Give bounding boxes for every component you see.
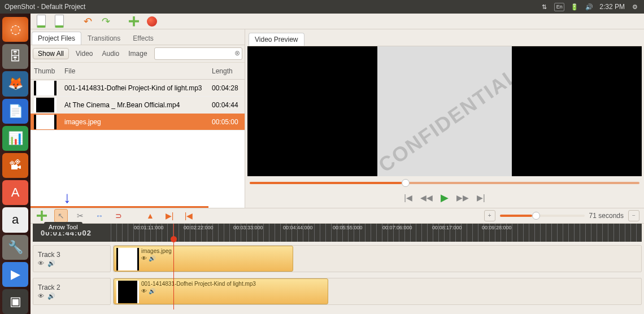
language-indicator[interactable]: En bbox=[554, 3, 564, 11]
track-lane[interactable]: images.jpeg👁 🔊 bbox=[113, 245, 642, 272]
export-video-button[interactable] bbox=[146, 15, 158, 28]
track-header[interactable]: Track 3👁🔊 bbox=[33, 245, 111, 272]
header-length[interactable]: Length bbox=[212, 67, 245, 75]
timeline-toolbar: ↖ ✂ ↔ ⊃ ▲ ▶| |◀ + 71 seconds − bbox=[31, 208, 644, 224]
filter-image[interactable]: Image bbox=[126, 49, 149, 59]
file-length: 00:04:28 bbox=[212, 84, 245, 92]
ruler-label: 00:01:11:000 bbox=[134, 225, 164, 230]
import-files-button[interactable] bbox=[128, 15, 140, 28]
snap-button[interactable]: ⊃ bbox=[112, 209, 125, 223]
timeline-clip[interactable]: 001-1414831-Dofhei Project-Kind of light… bbox=[114, 278, 328, 304]
launcher-files[interactable]: 🗄 bbox=[2, 44, 28, 69]
redo-button[interactable]: ↷ bbox=[99, 15, 112, 28]
timeline-clip[interactable]: images.jpeg👁 🔊 bbox=[114, 246, 293, 272]
settings-gear-icon[interactable]: ⚙ bbox=[630, 2, 639, 11]
preview-scrub-knob[interactable] bbox=[402, 179, 410, 187]
track-header[interactable]: Track 2👁🔊 bbox=[33, 278, 111, 305]
clock[interactable]: 2:32 PM bbox=[599, 3, 625, 11]
preview-scrub-track[interactable] bbox=[250, 182, 639, 184]
filter-row: Show All Video Audio Image ⊗ bbox=[31, 45, 245, 63]
playhead[interactable] bbox=[173, 224, 174, 309]
track-row: Track 2👁🔊001-1414831-Dofhei Project-Kind… bbox=[33, 278, 642, 305]
undo-button[interactable]: ↶ bbox=[81, 15, 94, 28]
panel-splitter[interactable] bbox=[31, 206, 208, 208]
main-toolbar: ↶ ↷ bbox=[31, 14, 644, 29]
tab-effects[interactable]: Effects bbox=[127, 32, 159, 45]
jump-start-button[interactable]: |◀ bbox=[404, 193, 412, 202]
file-list-header: Thumb File Length bbox=[31, 63, 245, 80]
tab-project-files[interactable]: Project Files bbox=[32, 32, 81, 45]
preview-scrubber[interactable] bbox=[247, 176, 642, 190]
timeline-ruler[interactable]: 00:01:44:002 00:01:11:00000:02:22:00000:… bbox=[33, 224, 642, 242]
network-icon[interactable]: ⇅ bbox=[539, 2, 549, 11]
clip-audio-icon[interactable]: 🔊 bbox=[149, 255, 155, 261]
file-length: 00:04:44 bbox=[212, 101, 245, 109]
file-list: 001-1414831-Dofhei Project-Kind of light… bbox=[31, 80, 245, 130]
preview-left-black bbox=[247, 46, 377, 176]
track-visible-icon[interactable]: 👁 bbox=[38, 260, 44, 267]
header-thumb[interactable]: Thumb bbox=[31, 67, 62, 75]
launcher-software[interactable]: A bbox=[2, 180, 28, 205]
tab-transitions[interactable]: Transitions bbox=[81, 32, 127, 45]
file-row[interactable]: images.jpeg00:05:00 bbox=[31, 114, 245, 130]
zoom-out-button[interactable]: − bbox=[628, 210, 639, 221]
launcher-writer[interactable]: 📄 bbox=[2, 99, 28, 124]
rewind-button[interactable]: ◀◀ bbox=[420, 193, 433, 202]
clip-visible-icon[interactable]: 👁 bbox=[141, 255, 147, 261]
file-thumbnail bbox=[34, 81, 56, 95]
track-audio-icon[interactable]: 🔊 bbox=[47, 293, 55, 300]
prev-marker-button[interactable]: ▶| bbox=[163, 209, 176, 223]
filter-show-all[interactable]: Show All bbox=[33, 48, 69, 59]
launcher-terminal[interactable]: ▣ bbox=[2, 289, 28, 314]
track-lane[interactable]: 001-1414831-Dofhei Project-Kind of light… bbox=[113, 278, 642, 305]
ruler-label: 00:02:22:000 bbox=[184, 225, 214, 230]
preview-right-black bbox=[512, 46, 642, 176]
razor-tool-button[interactable]: ✂ bbox=[73, 209, 87, 223]
sound-icon[interactable]: 🔊 bbox=[585, 2, 594, 11]
play-button[interactable]: ▶ bbox=[441, 191, 449, 204]
filter-audio[interactable]: Audio bbox=[100, 49, 122, 59]
clip-audio-icon[interactable]: 🔊 bbox=[149, 288, 155, 294]
save-project-button[interactable] bbox=[53, 15, 66, 28]
ruler-label: 00:09:28:000 bbox=[482, 225, 512, 230]
timeline-tracks: Track 3👁🔊images.jpeg👁 🔊Track 2👁🔊001-1414… bbox=[31, 242, 644, 314]
jump-end-button[interactable]: ▶| bbox=[477, 193, 485, 202]
zoom-knob[interactable] bbox=[532, 212, 540, 220]
file-row[interactable]: At The Cinema _ Mr.Bean Official.mp400:0… bbox=[31, 97, 245, 114]
tab-video-preview[interactable]: Video Preview bbox=[249, 33, 304, 46]
add-marker-button[interactable]: ▲ bbox=[143, 209, 157, 223]
ruler-label: 00:05:55:000 bbox=[333, 225, 363, 230]
ruler-ticks[interactable]: 00:01:11:00000:02:22:00000:03:33:00000:0… bbox=[111, 224, 642, 242]
track-visible-icon[interactable]: 👁 bbox=[38, 293, 44, 300]
add-track-button[interactable] bbox=[35, 209, 49, 223]
launcher-calc[interactable]: 📊 bbox=[2, 126, 28, 151]
next-marker-button[interactable]: |◀ bbox=[182, 209, 195, 223]
arrow-tool-button[interactable]: ↖ bbox=[54, 209, 68, 223]
ruler-label: 00:08:17:000 bbox=[432, 225, 462, 230]
search-input[interactable] bbox=[154, 47, 242, 60]
fast-forward-button[interactable]: ▶▶ bbox=[456, 193, 469, 202]
battery-icon[interactable]: 🔋 bbox=[570, 2, 579, 11]
ruler-label: 00:04:44:000 bbox=[283, 225, 313, 230]
track-audio-icon[interactable]: 🔊 bbox=[47, 260, 55, 267]
launcher-settings[interactable]: 🔧 bbox=[2, 235, 28, 260]
launcher-amazon[interactable]: a bbox=[2, 207, 28, 232]
filter-video[interactable]: Video bbox=[73, 49, 95, 59]
resize-tool-button[interactable]: ↔ bbox=[93, 209, 106, 223]
launcher-media[interactable]: ▶ bbox=[2, 262, 28, 287]
openshot-app: ↶ ↷ Project Files Transitions Effects Sh… bbox=[31, 14, 644, 314]
header-file[interactable]: File bbox=[62, 67, 212, 75]
annotation-arrow-icon: ↓ bbox=[63, 189, 71, 207]
new-project-button[interactable] bbox=[35, 15, 47, 28]
zoom-label: 71 seconds bbox=[589, 212, 624, 220]
clip-thumbnail bbox=[116, 281, 139, 303]
zoom-slider[interactable] bbox=[500, 215, 585, 217]
preview-tabs: Video Preview bbox=[247, 32, 642, 46]
clear-search-icon[interactable]: ⊗ bbox=[234, 49, 240, 57]
launcher-impress[interactable]: 📽 bbox=[2, 153, 28, 178]
file-row[interactable]: 001-1414831-Dofhei Project-Kind of light… bbox=[31, 80, 245, 97]
launcher-firefox[interactable]: 🦊 bbox=[2, 71, 28, 96]
launcher-dash[interactable]: ◌ bbox=[2, 17, 28, 42]
clip-visible-icon[interactable]: 👁 bbox=[141, 288, 147, 294]
zoom-in-button[interactable]: + bbox=[484, 210, 495, 221]
